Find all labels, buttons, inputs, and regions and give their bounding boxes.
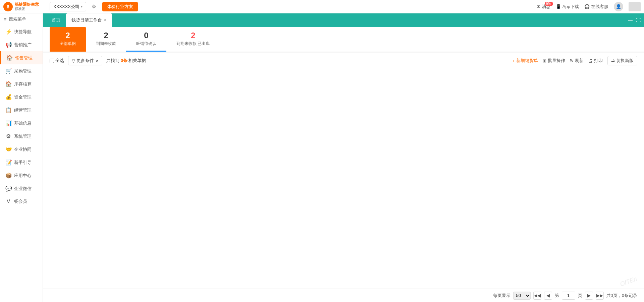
content-area [43,69,644,302]
sidebar-item-label-system: 系统管理 [14,133,32,139]
operation-icon: 📋 [5,107,11,113]
stat-label-all: 全部单据 [60,41,76,47]
filter-arrow: ∨ [95,58,99,63]
tab-money-goods[interactable]: 钱货日清工作台 × [66,13,112,27]
app-download-label: App下载 [562,4,579,10]
stat-num-pending: 0 [144,31,148,40]
stats-tabs: 2 全部单据 2 到期未收款 0 旺铺待确认 2 到期未收款 已出库 [43,27,644,52]
tab-minimize-btn[interactable]: — [628,17,633,23]
refresh-label: 刷新 [575,58,584,64]
sidebar-item-inventory[interactable]: 🏠 库存核算 [0,77,43,90]
page-label-di: 第 [555,293,559,299]
sidebar-item-basic-info[interactable]: 📊 基础信息 [0,117,43,130]
filter-label: 更多条件 [76,58,94,64]
stat-num-overdue: 2 [104,31,108,40]
sidebar-item-label-marketing: 营销推广 [14,42,32,48]
search-menu-item[interactable]: ≡ 搜索菜单 [0,13,43,25]
filter-icon: ▽ [72,58,75,63]
toolbar: 全选 ▽ 更多条件 ∨ 共找到 0条 相关单据 + 新增销货单 ⊞ 批量操作 ↻… [43,53,644,69]
message-badge: 99+ [545,2,553,6]
basic-info-icon: 📊 [5,120,11,126]
tab-close-icon[interactable]: × [104,18,106,22]
system-icon: ⚙ [5,133,11,139]
sidebar-item-guide[interactable]: 📝 新手引导 [0,156,43,169]
cooperation-icon: 🤝 [5,146,11,153]
sidebar-item-label-cooperation: 企业协同 [14,146,32,153]
switch-icon: ⇄ [611,58,615,63]
toolbar-right: + 新增销货单 ⊞ 批量操作 ↻ 刷新 🖨 打印 ⇄ 切换新版 [512,56,637,65]
company-selector[interactable]: XXXXXX公司 ▾ [50,2,86,11]
page-label: 页 [578,293,582,299]
sidebar-item-quick-nav[interactable]: ⚡ 快捷导航 [0,25,43,38]
user-avatar[interactable]: 👤 [614,2,623,11]
stat-tab-shipped[interactable]: 2 到期未收款 已出库 [166,27,220,52]
select-all-input[interactable] [50,59,54,63]
user-menu[interactable] [629,2,641,11]
tab-home[interactable]: 首页 [46,13,66,27]
sidebar-item-label-purchase: 采购管理 [14,68,32,74]
message-item[interactable]: ✉ 消息 99+ [537,4,550,10]
print-button[interactable]: 🖨 打印 [588,58,603,64]
app-download-icon: 📱 [556,4,561,9]
sidebar-item-label-sales: 销售管理 [15,55,33,61]
sidebar-item-label-quick-nav: 快捷导航 [14,29,32,35]
first-page-button[interactable]: ◀◀ [533,292,541,300]
sidebar-item-label-guide: 新手引导 [14,160,32,166]
avatar-icon: 👤 [616,4,621,9]
filter-button[interactable]: ▽ 更多条件 ∨ [68,56,102,65]
sidebar-item-finance[interactable]: 💰 资金管理 [0,90,43,104]
prev-page-button[interactable]: ◀ [544,292,552,300]
logo-sub-title: 标准版 [15,7,39,11]
sidebar-item-label-app-center: 应用中心 [14,173,32,179]
quick-nav-icon: ⚡ [5,28,11,35]
select-all-checkbox[interactable]: 全选 [50,58,64,64]
stat-label-shipped: 到期未收款 已出库 [176,41,210,47]
sidebar-item-label-member: 畅会员 [14,198,27,204]
sidebar-item-cooperation[interactable]: 🤝 企业协同 [0,143,43,156]
sidebar-item-purchase[interactable]: 🛒 采购管理 [0,64,43,77]
logo-text: 畅捷通好生意 标准版 [15,2,39,11]
guide-icon: 📝 [5,159,11,166]
sidebar-item-system[interactable]: ⚙ 系统管理 [0,130,43,143]
page-size-select[interactable]: 50 20 100 [513,292,531,300]
stat-tab-all[interactable]: 2 全部单据 [50,27,86,52]
sidebar-item-label-finance: 资金管理 [14,94,32,100]
tab-maximize-btn[interactable]: ⛶ [636,17,641,23]
app-download-item[interactable]: 📱 App下载 [556,4,579,10]
switch-version-button[interactable]: ⇄ 切换新版 [607,56,637,65]
sidebar-item-sales[interactable]: 🏠 销售管理 [0,51,43,64]
batch-label: 批量操作 [548,58,565,64]
company-dropdown-arrow: ▾ [81,5,83,8]
next-page-button[interactable]: ▶ [585,292,593,300]
online-service-item[interactable]: 🎧 在线客服 [584,4,608,10]
company-name: XXXXXX公司 [53,4,79,10]
batch-operation-button[interactable]: ⊞ 批量操作 [543,58,565,64]
logo-icon: 6 [3,2,13,11]
logo-main-title: 畅捷通好生意 [15,2,39,7]
refresh-button[interactable]: ↻ 刷新 [570,58,584,64]
last-page-button[interactable]: ▶▶ [596,292,604,300]
sidebar: ≡ 搜索菜单 ⚡ 快捷导航 📢 营销推广 🏠 销售管理 🛒 采购管理 🏠 库存核… [0,13,43,302]
found-text: 共找到 0条 相关单据 [106,58,146,64]
switch-label: 切换新版 [616,58,634,64]
settings-button[interactable]: ⚙ [89,2,99,12]
search-menu-label: 搜索菜单 [9,16,26,22]
sidebar-item-operation[interactable]: 📋 经营管理 [0,104,43,117]
tab-right-actions: — ⛶ [628,17,641,23]
sidebar-item-member[interactable]: V 畅会员 [0,195,43,208]
sidebar-item-wechat[interactable]: 💬 企业微信 [0,182,43,195]
stat-tab-overdue[interactable]: 2 到期未收款 [86,27,126,52]
add-label: 新增销货单 [516,58,538,64]
header-right: ✉ 消息 99+ 📱 App下载 🎧 在线客服 👤 [537,2,641,11]
trial-button[interactable]: 体验行业方案 [102,2,138,11]
stat-tab-pending[interactable]: 0 旺铺待确认 [126,27,166,52]
search-menu-icon: ≡ [4,17,7,22]
sidebar-item-marketing[interactable]: 📢 营销推广 [0,38,43,51]
found-suffix: 相关单据 [128,58,146,63]
sidebar-item-app-center[interactable]: 📦 应用中心 [0,169,43,182]
stat-label-pending: 旺铺待确认 [136,41,156,47]
select-all-label: 全选 [55,58,64,64]
add-sales-order-button[interactable]: + 新增销货单 [512,58,538,64]
current-page-input[interactable] [562,292,575,300]
message-icon: ✉ [537,4,540,9]
